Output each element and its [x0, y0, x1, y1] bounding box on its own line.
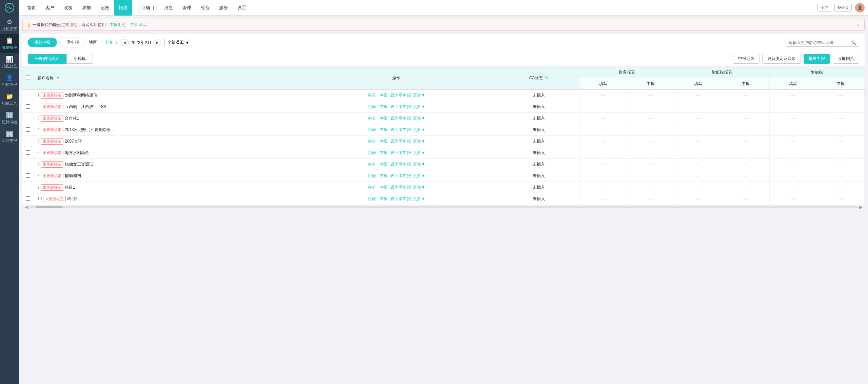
retrieve-button[interactable]: 收取回执 — [833, 54, 859, 64]
op-btn-0[interactable]: 税表 — [368, 104, 376, 109]
search-input[interactable] — [789, 40, 850, 45]
op-btn-0[interactable]: 税表 — [368, 127, 376, 132]
more-button[interactable]: 更多▼ — [413, 139, 425, 144]
date-prev-button[interactable]: ◀ — [121, 39, 129, 46]
op-btn-1[interactable]: 申报 — [379, 93, 388, 98]
sidebar-item-tax-overview[interactable]: 📊 报税总览 — [0, 53, 19, 71]
tab-general-taxpayer[interactable]: 一般的纳税人 — [28, 54, 66, 64]
row-checkbox[interactable] — [26, 116, 30, 120]
op-btn-0[interactable]: 税表 — [368, 139, 376, 144]
scroll-right-button[interactable]: ▶ — [858, 205, 863, 209]
more-button[interactable]: 更多▼ — [413, 127, 425, 132]
row-checkbox[interactable] — [26, 93, 30, 97]
nav-home[interactable]: 首页 — [22, 0, 41, 16]
op-btn-1[interactable]: 申报 — [379, 196, 388, 201]
nav-invoice[interactable]: 票据 — [77, 0, 96, 16]
tab-tax-declare[interactable]: 税款申报 — [28, 38, 57, 47]
info-icon[interactable]: ℹ — [116, 40, 118, 45]
op-btn-1[interactable]: 申报 — [379, 162, 388, 167]
tab-zero-declare[interactable]: 零申报 — [60, 38, 85, 47]
notice-close-button[interactable]: × — [856, 23, 859, 27]
ca-refresh-icon[interactable]: ↻ — [545, 76, 548, 80]
op-btn-2[interactable]: 设为零申报 — [391, 150, 411, 155]
nav-manage[interactable]: 管理 — [178, 0, 196, 16]
date-next-button[interactable]: ▶ — [154, 39, 161, 46]
scrollbar-track[interactable] — [29, 206, 858, 208]
op-btn-2[interactable]: 设为零申报 — [391, 173, 411, 178]
op-btn-0[interactable]: 税表 — [368, 173, 376, 178]
data-table-wrapper: 客户名称 ▼ 操作 CA状态 ↻ 财务报表 增值税报表 附加税 — [22, 67, 865, 205]
row-checkbox[interactable] — [26, 185, 30, 189]
row-checkbox[interactable] — [26, 162, 30, 166]
row-checkbox[interactable] — [26, 139, 30, 143]
sidebar-item-batch-tax[interactable]: 📋 批量报税 — [0, 34, 19, 53]
row-checkbox[interactable] — [26, 127, 30, 132]
horizontal-scrollbar[interactable]: ◀ ▶ — [22, 205, 865, 209]
op-btn-0[interactable]: 税表 — [368, 185, 376, 190]
nav-message[interactable]: 消息 — [159, 0, 178, 16]
update-button[interactable]: 更新统定及取数 — [762, 54, 801, 64]
nav-client[interactable]: 客户 — [41, 0, 59, 16]
op-btn-2[interactable]: 设为零申报 — [391, 93, 411, 98]
sidebar-item-tax-settings[interactable]: ⚙ 报税设置 — [0, 16, 19, 34]
nav-account[interactable]: 记账 — [96, 0, 114, 16]
records-button[interactable]: 申报记录 — [733, 54, 760, 64]
op-btn-1[interactable]: 申报 — [379, 104, 388, 109]
op-btn-0[interactable]: 税表 — [368, 196, 376, 201]
op-btn-1[interactable]: 申报 — [379, 139, 388, 144]
op-btn-1[interactable]: 申报 — [379, 173, 388, 178]
tab-small-scale[interactable]: 小规模 — [66, 54, 93, 64]
select-all-checkbox[interactable] — [26, 76, 30, 80]
more-button[interactable]: 更多▼ — [413, 173, 425, 178]
sort-icon[interactable]: ▼ — [56, 76, 60, 80]
op-btn-2[interactable]: 设为零申报 — [391, 185, 411, 190]
row-checkbox[interactable] — [26, 173, 30, 178]
op-btn-0[interactable]: 税表 — [368, 162, 376, 167]
dept-select[interactable]: 全部员工 ▼ — [164, 38, 192, 47]
row-checkbox[interactable] — [26, 150, 30, 155]
search-icon[interactable]: 🔍 — [851, 40, 856, 45]
op-btn-1[interactable]: 申报 — [379, 116, 388, 121]
avatar[interactable]: 👤 — [855, 3, 865, 13]
row-checkbox[interactable] — [26, 196, 30, 201]
more-button[interactable]: 更多▼ — [413, 104, 425, 109]
notice-text: 一键报税功能已过试用期，请购买后使用 — [33, 22, 106, 28]
op-btn-0[interactable]: 税表 — [368, 150, 376, 155]
op-btn-1[interactable]: 申报 — [379, 185, 388, 190]
batch-declare-button[interactable]: 批量申报 — [804, 54, 830, 64]
scroll-left-button[interactable]: ◀ — [24, 205, 29, 209]
op-btn-0[interactable]: 税表 — [368, 116, 376, 121]
more-button[interactable]: 更多▼ — [413, 116, 425, 121]
nav-service[interactable]: 服务 — [214, 0, 233, 16]
sidebar-item-personal-tax[interactable]: 👤 个税申报 — [0, 71, 19, 90]
sidebar-item-calc-clear[interactable]: 🔢 汇算清缴 — [0, 109, 19, 127]
sidebar-item-biz-report[interactable]: 🏢 工商年报 — [0, 127, 19, 146]
nav-tax[interactable]: 报税 — [114, 0, 132, 16]
nav-collect[interactable]: 收费 — [59, 0, 77, 16]
nav-biz[interactable]: 工商项目 — [132, 0, 159, 16]
op-btn-1[interactable]: 申报 — [379, 127, 388, 132]
op-btn-0[interactable]: 税表 — [368, 93, 376, 98]
more-button[interactable]: 更多▼ — [413, 196, 425, 201]
op-btn-2[interactable]: 设为零申报 — [391, 127, 411, 132]
op-btn-2[interactable]: 设为零申报 — [391, 116, 411, 121]
nav-settings[interactable]: 设置 — [233, 0, 251, 16]
op-btn-2[interactable]: 设为零申报 — [391, 104, 411, 109]
fullscreen-button[interactable]: 全屏 — [817, 4, 831, 12]
row-checkbox[interactable] — [26, 104, 30, 109]
op-btn-2[interactable]: 设为零申报 — [391, 139, 411, 144]
more-button[interactable]: 更多▼ — [413, 185, 425, 190]
more-button[interactable]: 更多▼ — [413, 162, 425, 167]
notice-link2[interactable]: 立即购买 — [131, 22, 147, 28]
row-num: 4 — [37, 127, 40, 132]
upgrade-button[interactable]: 畅会员 — [834, 4, 852, 12]
scrollbar-thumb[interactable] — [36, 206, 63, 208]
nav-ops[interactable]: 经营 — [196, 0, 214, 16]
op-btn-1[interactable]: 申报 — [379, 150, 388, 155]
sidebar-item-tax-records[interactable]: 📁 报税记录 — [0, 90, 19, 109]
more-button[interactable]: 更多▼ — [413, 150, 425, 155]
more-button[interactable]: 更多▼ — [413, 93, 425, 98]
op-btn-2[interactable]: 设为零申报 — [391, 162, 411, 167]
notice-link1[interactable]: 申报汇总 — [110, 22, 126, 28]
op-btn-2[interactable]: 设为零申报 — [391, 196, 411, 201]
